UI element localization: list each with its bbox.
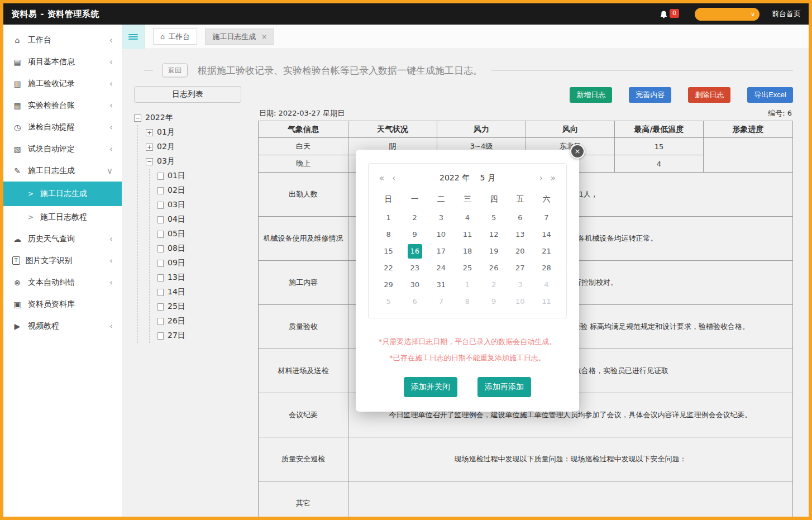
- tree-item-day[interactable]: 03日: [157, 198, 254, 212]
- delete-log-button[interactable]: 删除日志: [688, 87, 730, 103]
- calendar-day[interactable]: 9: [481, 293, 507, 310]
- tree-item-day[interactable]: 27日: [157, 328, 254, 343]
- sidebar-item-lab-ledger[interactable]: ▦ 实验检验台账 ‹: [3, 94, 122, 116]
- calendar-month-label[interactable]: 5 月: [480, 173, 495, 182]
- calendar-day[interactable]: 29: [375, 276, 402, 293]
- add-and-continue-button[interactable]: 添加再添加: [477, 377, 531, 397]
- calendar-day[interactable]: 26: [481, 260, 507, 276]
- calendar-day[interactable]: 16: [408, 244, 422, 259]
- user-menu[interactable]: ∨: [695, 8, 760, 21]
- calendar-day[interactable]: 15: [375, 243, 402, 260]
- calendar-day[interactable]: 19: [481, 243, 507, 260]
- calendar-day[interactable]: 9: [402, 226, 428, 243]
- tree-item-day[interactable]: 01日: [157, 169, 254, 183]
- expand-icon[interactable]: +: [146, 129, 153, 136]
- calendar-day[interactable]: 6: [402, 293, 428, 310]
- tree-item-day[interactable]: 25日: [157, 299, 254, 314]
- calendar-day[interactable]: 23: [402, 260, 428, 276]
- add-and-close-button[interactable]: 添加并关闭: [404, 377, 457, 397]
- calendar-day[interactable]: 10: [507, 293, 533, 310]
- close-icon[interactable]: ×: [570, 144, 585, 159]
- sidebar-item-workbench[interactable]: ⌂ 工作台 ‹: [3, 29, 122, 51]
- calendar-day[interactable]: 3: [428, 209, 454, 226]
- sidebar-item-data-library[interactable]: ▣ 资料员资料库: [3, 293, 122, 315]
- calendar-day[interactable]: 28: [533, 260, 560, 276]
- tree-item-day[interactable]: 02日: [157, 183, 254, 198]
- add-log-button[interactable]: 新增日志: [570, 87, 612, 103]
- notification-button[interactable]: 0: [659, 9, 679, 20]
- calendar-day[interactable]: 5: [375, 293, 402, 310]
- collapse-icon[interactable]: −: [134, 115, 141, 122]
- tree-item-day[interactable]: 13日: [157, 270, 254, 285]
- tree-item-day[interactable]: 08日: [157, 241, 254, 256]
- tree-item-month-01[interactable]: + 01月: [146, 125, 254, 140]
- calendar-day[interactable]: 27: [507, 260, 533, 276]
- tree-item-day[interactable]: 26日: [157, 314, 254, 328]
- calendar-day[interactable]: 4: [454, 209, 480, 226]
- file-icon: [157, 187, 164, 194]
- calendar-day[interactable]: 11: [454, 226, 480, 243]
- calendar-day[interactable]: 18: [454, 243, 480, 260]
- calendar-day[interactable]: 30: [402, 276, 428, 293]
- calendar-day[interactable]: 22: [375, 260, 402, 276]
- calendar-day[interactable]: 5: [481, 209, 507, 226]
- tab-workbench[interactable]: ⌂ 工作台: [153, 28, 197, 45]
- expand-icon[interactable]: +: [146, 144, 153, 151]
- prev-month-button[interactable]: ‹: [388, 173, 399, 183]
- weekday-label: 一: [402, 190, 428, 207]
- sidebar-item-ocr[interactable]: T 图片文字识别 ‹: [3, 250, 122, 271]
- calendar-day[interactable]: 13: [507, 226, 533, 243]
- calendar-day[interactable]: 2: [402, 209, 428, 226]
- sidebar-item-weather-history[interactable]: ☁ 历史天气查询 ‹: [3, 228, 122, 250]
- calendar-day[interactable]: 31: [428, 276, 454, 293]
- tree-item-day[interactable]: 04日: [157, 212, 254, 227]
- calendar-day[interactable]: 8: [454, 293, 480, 310]
- next-month-button[interactable]: ›: [536, 173, 547, 183]
- tree-item-day[interactable]: 09日: [157, 256, 254, 270]
- calendar-day[interactable]: 1: [454, 276, 480, 293]
- tree-item-month-03[interactable]: − 03月: [146, 154, 254, 169]
- calendar-day[interactable]: 21: [533, 243, 560, 260]
- calendar-day[interactable]: 17: [428, 243, 454, 260]
- tree-item-day[interactable]: 14日: [157, 285, 254, 299]
- calendar-day[interactable]: 20: [507, 243, 533, 260]
- tree-item-year[interactable]: − 2022年: [134, 111, 254, 125]
- calendar-header: « ‹ 2022 年 5 月 › »: [375, 168, 560, 188]
- calendar-day[interactable]: 6: [507, 209, 533, 226]
- calendar-day[interactable]: 8: [375, 226, 402, 243]
- sidebar-item-test-block-eval[interactable]: ▧ 试块自动评定 ‹: [3, 138, 122, 160]
- front-home-link[interactable]: 前台首页: [772, 9, 801, 19]
- collapse-icon[interactable]: −: [146, 158, 153, 165]
- calendar-day[interactable]: 3: [507, 276, 533, 293]
- calendar-day[interactable]: 1: [375, 209, 402, 226]
- sidebar-item-text-correction[interactable]: ⊗ 文本自动纠错 ‹: [3, 271, 122, 293]
- prev-year-button[interactable]: «: [375, 173, 388, 183]
- calendar-day[interactable]: 4: [533, 276, 560, 293]
- calendar-day[interactable]: 7: [428, 293, 454, 310]
- back-button[interactable]: 返回: [162, 64, 188, 78]
- next-year-button[interactable]: »: [547, 173, 560, 183]
- sidebar-subitem-log-generation[interactable]: > 施工日志生成: [3, 182, 122, 206]
- menu-toggle-button[interactable]: [122, 25, 145, 49]
- sidebar-item-video-tutorial[interactable]: ▶ 视频教程 ‹: [3, 315, 122, 337]
- tree-item-day[interactable]: 05日: [157, 227, 254, 241]
- calendar-day[interactable]: 10: [428, 226, 454, 243]
- tab-log-generation[interactable]: 施工日志生成 ×: [205, 28, 274, 45]
- calendar-day[interactable]: 25: [454, 260, 480, 276]
- sidebar-item-log-generation[interactable]: ✎ 施工日志生成 ∨: [3, 160, 122, 182]
- calendar-day[interactable]: 14: [533, 226, 560, 243]
- sidebar-subitem-log-tutorial[interactable]: > 施工日志教程: [3, 206, 122, 228]
- sidebar-item-project-info[interactable]: ▤ 项目基本信息 ‹: [3, 51, 122, 73]
- tree-item-month-02[interactable]: + 02月: [146, 140, 254, 154]
- close-icon[interactable]: ×: [261, 33, 267, 41]
- sidebar-item-construction-acceptance[interactable]: ▥ 施工验收记录 ‹: [3, 73, 122, 94]
- calendar-day[interactable]: 7: [533, 209, 560, 226]
- improve-content-button[interactable]: 完善内容: [629, 87, 671, 103]
- calendar-year-label[interactable]: 2022 年: [440, 173, 470, 182]
- calendar-day[interactable]: 12: [481, 226, 507, 243]
- calendar-day[interactable]: 2: [481, 276, 507, 293]
- calendar-day[interactable]: 11: [533, 293, 560, 310]
- sidebar-item-inspection-reminder[interactable]: ◷ 送检自动提醒 ‹: [3, 116, 122, 138]
- export-excel-button[interactable]: 导出Excel: [747, 87, 793, 103]
- calendar-day[interactable]: 24: [428, 260, 454, 276]
